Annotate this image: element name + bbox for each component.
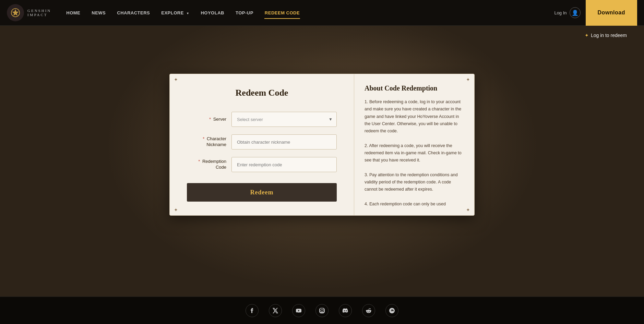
redemption-code-label: * RedemptionCode xyxy=(187,159,226,170)
modal-title: Redeem Code xyxy=(187,88,337,98)
social-reddit[interactable] xyxy=(362,304,375,317)
server-row: * Server Select server America Europe As… xyxy=(187,112,337,127)
social-facebook[interactable] xyxy=(246,304,259,317)
modal-form-section: Redeem Code * Server Select server Ameri… xyxy=(170,74,354,215)
nav-links: HOME NEWS CHARACTERS EXPLORE ▼ HoYoLAB T… xyxy=(61,8,554,18)
redemption-code-row: * RedemptionCode xyxy=(187,157,337,172)
download-button[interactable]: Download xyxy=(586,0,637,26)
redemption-required-star: * xyxy=(198,159,200,164)
footer xyxy=(0,297,644,324)
modal-about-section: About Code Redemption 1. Before redeemin… xyxy=(354,74,474,211)
about-title: About Code Redemption xyxy=(365,84,464,92)
character-nickname-row: * CharacterNickname xyxy=(187,134,337,149)
character-required-star: * xyxy=(203,136,204,141)
character-nickname-input[interactable] xyxy=(231,134,337,149)
login-button[interactable]: Log In 👤 xyxy=(554,7,580,18)
logo-text: Genshin Impact xyxy=(27,9,51,17)
social-instagram[interactable] xyxy=(315,304,329,317)
server-select[interactable]: Select server America Europe Asia TW, HK… xyxy=(231,112,337,127)
nav-hoyolab[interactable]: HoYoLAB xyxy=(196,8,229,18)
redeem-code-modal: ✦ ✦ ✦ ✦ Redeem Code * Server Select serv… xyxy=(169,74,475,216)
nav-topup[interactable]: TOP-UP xyxy=(231,8,258,18)
logo-subtitle: Impact xyxy=(27,13,51,17)
modal-corner-br: ✦ xyxy=(465,206,472,213)
navbar: Genshin Impact HOME NEWS CHARACTERS EXPL… xyxy=(0,0,644,26)
server-label: * Server xyxy=(187,117,226,122)
about-text: 1. Before redeeming a code, log in to yo… xyxy=(365,98,464,208)
logo-title: Genshin xyxy=(27,9,51,13)
user-icon: 👤 xyxy=(570,7,581,18)
redeem-button[interactable]: Redeem xyxy=(187,183,337,202)
explore-dropdown-arrow: ▼ xyxy=(186,12,189,15)
modal-corner-tl: ✦ xyxy=(172,76,179,83)
modal-corner-bl: ✦ xyxy=(172,206,179,213)
nav-right: Log In 👤 Download xyxy=(554,0,637,26)
nav-news[interactable]: NEWS xyxy=(87,8,110,18)
nav-redeem-code[interactable]: REDEEM CODE xyxy=(260,8,305,18)
server-select-wrap: Select server America Europe Asia TW, HK… xyxy=(231,112,337,127)
redemption-code-input[interactable] xyxy=(231,157,337,172)
character-nickname-label: * CharacterNickname xyxy=(187,136,226,148)
log-in-redeem-link[interactable]: Log in to redeem xyxy=(585,33,627,38)
login-label: Log In xyxy=(554,10,567,15)
nav-explore[interactable]: EXPLORE ▼ xyxy=(156,8,194,18)
logo-icon xyxy=(7,4,24,21)
nav-characters[interactable]: CHARACTERS xyxy=(112,8,155,18)
modal-corner-tr: ✦ xyxy=(465,76,472,83)
nav-home[interactable]: HOME xyxy=(61,8,85,18)
server-required-star: * xyxy=(209,117,211,122)
social-discord[interactable] xyxy=(339,304,352,317)
logo[interactable]: Genshin Impact xyxy=(7,4,51,21)
social-discord-alt[interactable] xyxy=(385,304,398,317)
social-twitter[interactable] xyxy=(269,304,282,317)
social-youtube[interactable] xyxy=(292,304,305,317)
